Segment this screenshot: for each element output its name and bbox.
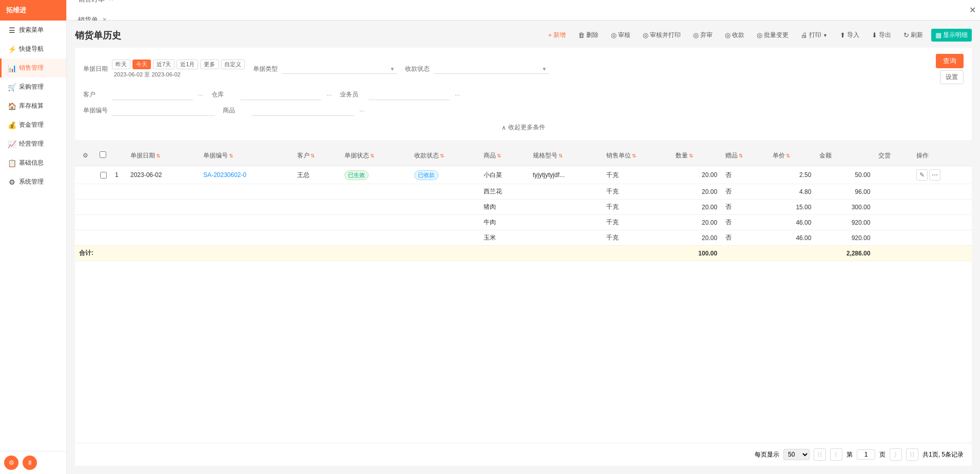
sidebar-item-sales-mgmt[interactable]: 📊销售管理 (0, 58, 66, 77)
sidebar-bottom-pause[interactable]: ⏸ (23, 456, 37, 470)
th-bill-date[interactable]: 单据日期⇅ (126, 145, 199, 166)
th-price[interactable]: 单价⇅ (768, 145, 816, 166)
query-button[interactable]: 查询 (936, 54, 964, 68)
td-goods-0: 小白菜 (479, 166, 528, 184)
select-all-checkbox[interactable] (100, 151, 106, 158)
tab-label-sales-order: 销售订单 (78, 0, 105, 4)
print-icon: 🖨 (801, 31, 808, 39)
th-unit[interactable]: 销售单位⇅ (602, 145, 672, 166)
toolbar-btn-print[interactable]: 🖨打印▼ (797, 29, 832, 42)
tab-sales-order[interactable]: 销售订单✕ (71, 0, 127, 10)
td-price-3: 46.00 (768, 215, 816, 230)
audit-print-icon: ◎ (643, 31, 648, 39)
td-settings-1 (75, 184, 95, 200)
pagination-prev[interactable]: ⟨ (830, 448, 842, 461)
sidebar-item-basic-info[interactable]: 📋基础信息 (0, 153, 66, 172)
date-btn-7days[interactable]: 近7天 (153, 60, 175, 69)
toolbar-btn-abandon[interactable]: ◎弃审 (689, 29, 717, 42)
td-settings-4 (75, 230, 95, 246)
sidebar-item-sys-mgmt[interactable]: ⚙系统管理 (0, 172, 66, 191)
window-close-icon[interactable]: ✕ (969, 5, 976, 15)
th-gift[interactable]: 赠品⇅ (721, 145, 768, 166)
filter-collect-status-select[interactable]: ▼ (434, 65, 549, 74)
sidebar-item-purchase-mgmt[interactable]: 🛒采购管理 (0, 77, 66, 96)
collapse-button[interactable]: ∧ 收起更多条件 (502, 121, 545, 134)
page-input[interactable] (857, 449, 875, 460)
toolbar-btn-refresh[interactable]: ↻刷新 (899, 29, 927, 42)
filter-bill-type-label: 单据类型 (253, 65, 279, 73)
toolbar-btn-collect[interactable]: ◎收款 (721, 29, 748, 42)
td-quantity-2: 20.00 (671, 200, 721, 215)
warehouse-dots-icon[interactable]: ··· (326, 91, 332, 98)
toolbar-btn-show-detail[interactable]: ▦显示明细 (931, 29, 972, 42)
tab-close-sales-order[interactable]: ✕ (109, 0, 113, 3)
th-bill-no[interactable]: 单据编号⇅ (199, 145, 293, 166)
customer-input[interactable] (112, 89, 193, 100)
toolbar-btn-export[interactable]: ⬇导出 (868, 29, 895, 42)
salesperson-input[interactable] (369, 89, 450, 100)
page-content: 销货单历史 +新增🗑删除◎审核◎审核并打印◎弃审◎收款◎批量变更🖨打印▼⬆导入⬇… (67, 21, 980, 474)
th-spec[interactable]: 规格型号⇅ (529, 145, 602, 166)
sidebar-label-operations: 经营管理 (19, 140, 44, 148)
th-customer[interactable]: 客户⇅ (293, 145, 340, 166)
td-goods-1: 西兰花 (479, 184, 528, 200)
sort-gift-icon: ⇅ (739, 153, 743, 159)
sidebar-bottom-settings[interactable]: ⚙ (4, 456, 18, 470)
pagination-last[interactable]: ⟩⟩ (906, 448, 918, 461)
sidebar-label-basic-info: 基础信息 (19, 159, 44, 167)
td-spec-2 (529, 200, 602, 215)
data-table: ⚙ 单据日期⇅ 单据编号⇅ 客户⇅ 单据状态⇅ 收款状态⇅ 商品⇅ 规格型号⇅ (75, 145, 972, 261)
td-quantity-4: 20.00 (671, 230, 721, 246)
pagination-first[interactable]: ⟨⟨ (814, 448, 826, 461)
filter-bill-type-select[interactable]: ▼ (282, 65, 397, 74)
goods-input[interactable] (252, 105, 354, 116)
td-check-3 (95, 215, 111, 230)
toolbar-btn-audit-print[interactable]: ◎审核并打印 (639, 29, 685, 42)
summary-label: 合计: (75, 246, 126, 261)
toolbar-btn-audit[interactable]: ◎审核 (607, 29, 635, 42)
th-bill-status[interactable]: 单据状态⇅ (340, 145, 410, 166)
customer-dots-icon[interactable]: ··· (198, 91, 203, 98)
th-quantity[interactable]: 数量⇅ (671, 145, 721, 166)
bill-no-input[interactable] (112, 105, 215, 116)
th-goods[interactable]: 商品⇅ (479, 145, 528, 166)
sort-bill-status-icon: ⇅ (370, 153, 374, 159)
table-container: ⚙ 单据日期⇅ 单据编号⇅ 客户⇅ 单据状态⇅ 收款状态⇅ 商品⇅ 规格型号⇅ (75, 145, 972, 443)
toolbar-btn-delete[interactable]: 🗑删除 (574, 29, 603, 42)
action-edit-0[interactable]: ✎ (916, 169, 928, 181)
setting-button[interactable]: 设置 (940, 70, 964, 84)
filter-salesperson: 业务员 ··· (340, 89, 460, 100)
th-collect-status[interactable]: 收款状态⇅ (410, 145, 480, 166)
filter-collect-status: 收款状态 ▼ (405, 65, 549, 74)
td-bill-status-3 (340, 215, 410, 230)
pagination-next[interactable]: ⟩ (890, 448, 902, 461)
table-row: 猪肉 千克 20.00 否 15.00 300.00 (75, 200, 972, 215)
sidebar-item-operations[interactable]: 📈经营管理 (0, 134, 66, 153)
goods-dots-icon[interactable]: ··· (359, 107, 364, 114)
toolbar-btn-import[interactable]: ⬆导入 (836, 29, 863, 42)
print-arrow-icon: ▼ (823, 33, 828, 38)
date-btn-1month[interactable]: 近1月 (177, 60, 198, 69)
date-btn-yesterday[interactable]: 昨天 (112, 60, 130, 69)
sort-collect-status-icon: ⇅ (440, 153, 444, 159)
table-settings-icon[interactable]: ⚙ (79, 149, 91, 162)
bill-no-link-0[interactable]: SA-20230602-0 (203, 171, 246, 179)
action-more-0[interactable]: ⋯ (929, 169, 940, 181)
toolbar-btn-add[interactable]: +新增 (544, 29, 570, 42)
td-customer-2 (293, 200, 340, 215)
filter-customer: 客户 ··· (83, 89, 203, 100)
date-btn-custom[interactable]: 自定义 (221, 60, 245, 69)
td-transaction-3 (874, 215, 912, 230)
sidebar-item-quick-nav[interactable]: ⚡快捷导航 (0, 40, 66, 58)
td-collect-status-3 (410, 215, 480, 230)
warehouse-input[interactable] (240, 89, 321, 100)
salesperson-dots-icon[interactable]: ··· (455, 91, 460, 98)
page-size-select[interactable]: 50 20 100 (783, 449, 810, 460)
row-checkbox-0[interactable] (100, 172, 107, 179)
sidebar-item-search-menu[interactable]: ☰搜索菜单 (0, 21, 66, 40)
date-btn-more[interactable]: 更多 (200, 60, 219, 69)
sidebar-item-inventory[interactable]: 🏠库存核算 (0, 96, 66, 115)
toolbar-btn-batch-change[interactable]: ◎批量变更 (753, 29, 793, 42)
sidebar-item-finance[interactable]: 💰资金管理 (0, 115, 66, 134)
date-btn-today[interactable]: 今天 (132, 60, 151, 69)
